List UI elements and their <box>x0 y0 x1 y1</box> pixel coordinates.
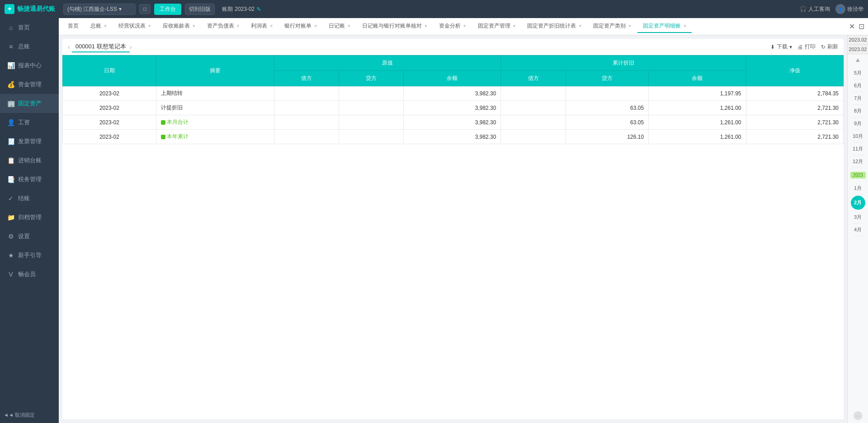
sidebar-item-member[interactable]: V 畅会员 <box>0 265 59 284</box>
tab-journal[interactable]: 日记账 × <box>323 20 356 33</box>
forward-arrow[interactable]: › <box>130 43 132 51</box>
tab-close-asset-category[interactable]: × <box>628 24 631 28</box>
settlement-icon: ✓ <box>7 195 14 202</box>
tab-close-asset-debt[interactable]: × <box>237 24 240 28</box>
sidebar-item-fund-management[interactable]: 💰 资金管理 <box>0 75 59 94</box>
tab-close-journal[interactable]: × <box>348 24 350 28</box>
month-4[interactable]: 4月 <box>853 224 863 236</box>
month-11[interactable]: 11月 <box>852 143 864 155</box>
sidebar-item-report-center[interactable]: 📊 报表中心 <box>0 56 59 75</box>
back-arrow[interactable]: ‹ <box>68 43 70 51</box>
sidebar-item-tax[interactable]: 📑 税务管理 <box>0 170 59 189</box>
copy-button[interactable]: □ <box>139 4 151 14</box>
tab-receivable[interactable]: 应收账龄表 × <box>157 20 201 33</box>
asset-detail-table: 日期 摘要 原值 累计折旧 净值 借方 贷方 余额 借方 <box>62 55 844 144</box>
sidebar-item-sales-ledger[interactable]: 📋 进销台账 <box>0 151 59 170</box>
cell-original-credit <box>339 115 403 130</box>
sidebar-item-settlement[interactable]: ✓ 结账 <box>0 189 59 208</box>
sidebar-label-member: 畅会员 <box>18 270 36 278</box>
sidebar-item-settings[interactable]: ⚙ 设置 <box>0 227 59 246</box>
month-5[interactable]: 5月 <box>853 67 863 80</box>
user-name: 徐泾华 <box>847 5 863 13</box>
edit-icon[interactable]: ✎ <box>256 6 261 13</box>
sidebar-item-fixed-assets[interactable]: 🏢 固定资产 <box>0 94 59 113</box>
user-avatar[interactable]: 👤 徐泾华 <box>835 4 863 14</box>
tab-label-receivable: 应收账龄表 <box>163 22 190 30</box>
tab-bank-reconcile[interactable]: 日记账与银行对账单核对 × <box>357 20 433 33</box>
download-button[interactable]: ⬇ 下载 ▾ <box>770 43 792 51</box>
cell-original-balance: 3,982.30 <box>404 115 501 130</box>
col-sub-original-debit: 借方 <box>274 71 339 86</box>
ledger-icon: ≡ <box>7 43 14 50</box>
scroll-up-button[interactable]: ▲ <box>848 54 868 65</box>
print-button[interactable]: 🖨 打印 <box>797 43 816 51</box>
table-row: 2023-02 上期结转 3,982.30 1,197.95 2,784.35 <box>63 86 844 101</box>
chevron-icon: ▾ <box>789 44 792 50</box>
workbench-button[interactable]: 工作台 <box>154 4 181 15</box>
refresh-icon: ↻ <box>821 44 826 50</box>
tab-asset-debt[interactable]: 资产负债表 × <box>202 20 245 33</box>
month-12[interactable]: 12月 <box>852 155 864 168</box>
cell-original-debit <box>274 86 339 101</box>
tab-close-asset-detail[interactable]: × <box>684 24 686 28</box>
cell-net-value: 2,784.35 <box>746 86 843 101</box>
cell-dep-balance: 1,261.00 <box>649 115 746 130</box>
tab-asset-category[interactable]: 固定资产类别 × <box>588 20 637 33</box>
tab-depreciation-stats[interactable]: 固定资产折旧统计表 × <box>522 20 587 33</box>
month-6[interactable]: 6月 <box>853 80 863 92</box>
sidebar-item-guide[interactable]: ★ 新手引导 <box>0 246 59 265</box>
download-icon: ⬇ <box>770 44 775 50</box>
tab-general-ledger[interactable]: 总账 × <box>85 20 112 33</box>
month-7[interactable]: 7月 <box>853 92 863 105</box>
refresh-label: 刷新 <box>827 43 838 51</box>
tab-close-fixed-asset-mgmt[interactable]: × <box>513 24 516 28</box>
avatar: 👤 <box>835 4 845 14</box>
tab-label-bank-reconcile: 日记账与银行对账单核对 <box>362 22 422 30</box>
tab-profit[interactable]: 利润表 × <box>245 20 278 33</box>
user-service[interactable]: 🎧 人工客询 <box>800 5 830 13</box>
tab-asset-detail[interactable]: 固定资产明细账 × <box>637 20 692 33</box>
dot-button[interactable]: ○ <box>854 411 863 420</box>
pin-toggle[interactable]: ◄◄ 取消固定 <box>0 407 59 423</box>
month-3[interactable]: 3月 <box>853 211 863 224</box>
tab-close-profit[interactable]: × <box>270 24 273 28</box>
sidebar-item-general-ledger[interactable]: ≡ 总账 <box>0 37 59 56</box>
company-selector[interactable]: (勾稽) 江西服企-LSS ▾ <box>63 4 136 15</box>
tab-close-receivable[interactable]: × <box>193 24 195 28</box>
sidebar-item-archive[interactable]: 📁 归档管理 <box>0 208 59 227</box>
tab-close-bank-reconcile[interactable]: × <box>425 24 427 28</box>
tab-operation-status[interactable]: 经营状况表 × <box>113 20 156 33</box>
cell-dep-credit <box>566 86 649 101</box>
tab-label-depreciation-stats: 固定资产折旧统计表 <box>527 22 576 30</box>
home-icon: ⌂ <box>7 24 14 31</box>
month-1[interactable]: 1月 <box>853 182 863 195</box>
sidebar-label-settlement: 结账 <box>18 194 30 202</box>
tab-close-all-icon[interactable]: ✕ <box>849 22 855 31</box>
month-9[interactable]: 9月 <box>853 118 863 130</box>
tab-home[interactable]: 首页 <box>62 20 84 33</box>
month-2-active[interactable]: 2月 <box>851 196 865 210</box>
month-8[interactable]: 8月 <box>853 105 863 118</box>
print-icon: 🖨 <box>797 44 803 50</box>
report-icon: 📊 <box>7 62 14 69</box>
breadcrumb-item[interactable]: 000001 联想笔记本 <box>72 42 130 52</box>
tab-fixed-asset-mgmt[interactable]: 固定资产管理 × <box>472 20 521 33</box>
sidebar-item-payroll[interactable]: 👤 工资 <box>0 113 59 132</box>
month-10[interactable]: 10月 <box>852 130 864 143</box>
tab-close-bank-statement[interactable]: × <box>314 24 317 28</box>
tab-bar: 首页 总账 × 经营状况表 × 应收账龄表 × 资产负债表 × 利润表 × <box>59 18 868 35</box>
tab-fund-analysis[interactable]: 资金分析 × <box>434 20 472 33</box>
tab-maximize-icon[interactable]: ⊡ <box>859 22 864 31</box>
sidebar-item-home[interactable]: ⌂ 首页 <box>0 18 59 37</box>
tab-bank-statement[interactable]: 银行对账单 × <box>279 20 322 33</box>
tab-close-general-ledger[interactable]: × <box>104 24 107 28</box>
tab-close-fund-analysis[interactable]: × <box>463 24 466 28</box>
sidebar-item-invoice[interactable]: 🧾 发票管理 <box>0 132 59 151</box>
tab-close-operation-status[interactable]: × <box>148 24 151 28</box>
col-header-net-value: 净值 <box>746 56 843 86</box>
tab-close-depreciation-stats[interactable]: × <box>579 24 581 28</box>
switch-old-button[interactable]: 切到旧版 <box>185 4 215 15</box>
sidebar-label-settings: 设置 <box>18 232 30 240</box>
cell-date: 2023-02 <box>63 130 156 144</box>
refresh-button[interactable]: ↻ 刷新 <box>821 43 838 51</box>
